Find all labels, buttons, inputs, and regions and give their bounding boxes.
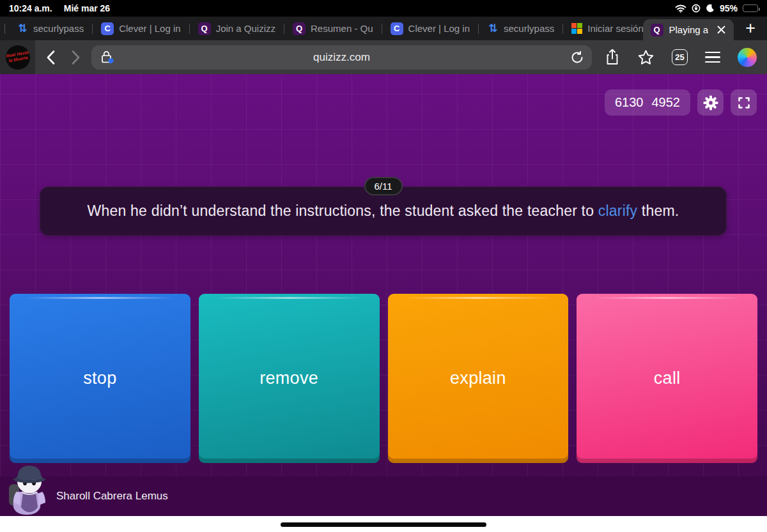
tab-list: ⇅securlypassCClever | Log inQJoin a Quiz… bbox=[8, 17, 643, 40]
tab-label: Iniciar sesión bbox=[587, 23, 642, 34]
player-name: Sharoll Cabrera Lemus bbox=[56, 490, 168, 503]
securlypass-icon: ⇅ bbox=[17, 22, 28, 35]
question-progress-badge: 6/11 bbox=[364, 177, 402, 195]
tab-label: Clever | Log in bbox=[119, 23, 180, 34]
quizizz-icon: Q bbox=[293, 22, 306, 35]
tab-bar: ⇅securlypassCClever | Log inQJoin a Quiz… bbox=[0, 17, 767, 40]
microsoft-icon bbox=[571, 23, 582, 34]
tab-iniciar-sesi-n[interactable]: Iniciar sesión bbox=[563, 17, 642, 40]
tab-resumen-qu[interactable]: QResumen - Qu bbox=[284, 17, 382, 40]
tab-label: Clever | Log in bbox=[408, 23, 470, 34]
tab-clever-log-in[interactable]: CClever | Log in bbox=[382, 17, 478, 40]
answer-card-call[interactable]: call bbox=[577, 294, 757, 463]
gear-icon bbox=[703, 95, 718, 110]
fullscreen-icon bbox=[738, 97, 750, 109]
clipped-tab-edge bbox=[4, 24, 5, 34]
tab-label: Join a Quizizz bbox=[216, 23, 275, 34]
wifi-icon bbox=[675, 4, 686, 13]
quizizz-icon: Q bbox=[198, 22, 211, 35]
question-text: When he didn’t understand the instructio… bbox=[88, 202, 679, 221]
menu-icon[interactable] bbox=[705, 52, 720, 63]
tab-clever-log-in[interactable]: CClever | Log in bbox=[93, 17, 189, 40]
reload-icon[interactable] bbox=[570, 50, 584, 65]
player-footer: Sharoll Cabrera Lemus bbox=[0, 476, 767, 516]
battery-icon bbox=[743, 4, 758, 12]
profile-button[interactable]: Real Hastala Muerte bbox=[0, 40, 35, 74]
new-tab-button[interactable]: + bbox=[745, 20, 755, 37]
tab-join-a-quizizz[interactable]: QJoin a Quizizz bbox=[190, 17, 284, 40]
active-tab-label: Playing a bbox=[669, 24, 709, 35]
answer-options: stopremoveexplaincall bbox=[10, 294, 757, 463]
rotation-lock-icon bbox=[692, 4, 701, 13]
address-bar[interactable]: quizizz.com bbox=[91, 45, 592, 70]
share-icon[interactable] bbox=[605, 49, 620, 66]
home-strip bbox=[0, 516, 767, 532]
answer-card-stop[interactable]: stop bbox=[10, 294, 190, 463]
settings-button[interactable] bbox=[697, 89, 724, 116]
close-tab-icon[interactable] bbox=[717, 25, 726, 34]
answer-card-explain[interactable]: explain bbox=[388, 294, 569, 463]
player-avatar bbox=[8, 462, 51, 516]
question-highlight-word: clarify bbox=[598, 202, 637, 219]
back-button[interactable] bbox=[47, 50, 55, 65]
tabs-overview-button[interactable]: 25 bbox=[672, 49, 688, 65]
quizizz-game-area: 61304952 bbox=[0, 74, 767, 516]
tab-playing-active[interactable]: Q Playing a bbox=[643, 19, 734, 40]
copilot-icon[interactable] bbox=[738, 48, 757, 67]
answer-label: explain bbox=[450, 369, 506, 388]
focus-moon-icon bbox=[706, 4, 715, 13]
date: Mié mar 26 bbox=[64, 3, 110, 13]
clever-icon: C bbox=[101, 22, 114, 35]
answer-label: call bbox=[654, 369, 681, 388]
battery-percent: 95% bbox=[720, 3, 738, 13]
securlypass-icon: ⇅ bbox=[487, 22, 499, 35]
status-bar: 10:24 a.m. Mié mar 26 95% bbox=[0, 0, 767, 17]
tab-securlypass[interactable]: ⇅securlypass bbox=[479, 17, 562, 40]
profile-logo: Real Hastala Muerte bbox=[6, 45, 30, 70]
answer-label: stop bbox=[83, 369, 116, 388]
room-code: 61304952 bbox=[605, 89, 690, 116]
tab-label: Resumen - Qu bbox=[311, 23, 373, 34]
clock: 10:24 a.m. bbox=[9, 3, 52, 13]
tab-securlypass[interactable]: ⇅securlypass bbox=[8, 17, 92, 40]
quizizz-icon: Q bbox=[651, 24, 663, 36]
clever-icon: C bbox=[391, 22, 403, 35]
forward-button[interactable] bbox=[72, 50, 80, 65]
answer-label: remove bbox=[260, 369, 318, 388]
answer-card-remove[interactable]: remove bbox=[199, 294, 380, 463]
tab-label: securlypass bbox=[504, 23, 554, 34]
tab-label: securlypass bbox=[33, 23, 84, 34]
home-indicator[interactable] bbox=[281, 522, 486, 527]
fullscreen-button[interactable] bbox=[731, 89, 757, 116]
bookmark-star-icon[interactable] bbox=[637, 49, 655, 66]
url-text: quizizz.com bbox=[91, 51, 592, 64]
browser-toolbar: Real Hastala Muerte quizizz.com bbox=[0, 40, 767, 74]
